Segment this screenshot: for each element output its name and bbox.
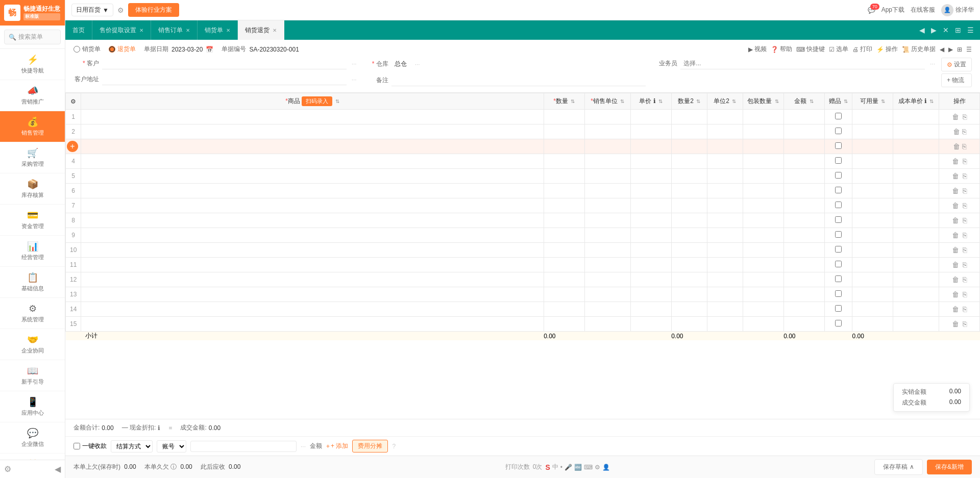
unit-cell[interactable] [584, 110, 630, 124]
view-table-icon[interactable]: ⊞ [957, 46, 962, 53]
sidebar-item-system[interactable]: ⚙ 系统管理 [0, 298, 65, 329]
gift-checkbox[interactable] [835, 187, 842, 193]
gift-checkbox[interactable] [835, 290, 842, 297]
payment-dots-icon[interactable]: ··· [301, 443, 306, 450]
payment-method-select[interactable]: 结算方式 [111, 440, 153, 452]
operation-btn[interactable]: ⚡ 操作 [876, 45, 898, 54]
calendar-icon[interactable]: 📅 [206, 46, 213, 53]
save-new-button[interactable]: 保存&新增 [927, 460, 972, 474]
product-input-active[interactable] [85, 143, 539, 150]
product-cell[interactable] [81, 110, 544, 124]
avail-sort-icon[interactable]: ⇅ [881, 98, 885, 104]
tab-price-setting[interactable]: 售价提取设置 ✕ [92, 20, 151, 40]
tab-prev-icon[interactable]: ◀ [917, 25, 927, 35]
copy-row-btn[interactable]: ⎘ [961, 141, 967, 152]
delete-row-btn[interactable]: 🗑 [951, 319, 960, 329]
search-menu-button[interactable]: 🔍 搜索菜单 [4, 30, 61, 44]
logistics-button[interactable]: + 物流 [941, 73, 972, 87]
unit-sort-icon[interactable]: ⇅ [620, 98, 624, 104]
gift-checkbox[interactable] [835, 157, 842, 164]
copy-row-btn[interactable]: ⎘ [962, 304, 968, 314]
tab-next-icon[interactable]: ▶ [929, 25, 939, 35]
qty-cell[interactable] [544, 110, 584, 124]
gift-checkbox[interactable] [835, 305, 842, 312]
gift-checkbox[interactable] [835, 320, 842, 326]
gift-checkbox[interactable] [835, 216, 842, 223]
tab-grid-icon[interactable]: ⊞ [953, 25, 963, 35]
help-btn[interactable]: ❓ 帮助 [771, 45, 792, 54]
product-sort-icon[interactable]: ⇅ [335, 98, 339, 104]
gift-checkbox[interactable] [835, 261, 842, 267]
user-menu[interactable]: 👤 徐泽华 [941, 4, 974, 16]
app-download-link[interactable]: App下载 [881, 6, 904, 14]
copy-row-btn[interactable]: ⎘ [962, 186, 968, 196]
delete-row-btn[interactable]: 🗑 [951, 171, 960, 181]
cost-cell[interactable] [893, 110, 939, 124]
amount-cell[interactable] [783, 110, 824, 124]
tab-price-close-icon[interactable]: ✕ [139, 28, 143, 33]
radio-return-input[interactable] [109, 46, 115, 53]
copy-row-btn[interactable]: ⎘ [961, 127, 967, 137]
cost-sort-icon[interactable]: ⇅ [929, 98, 934, 104]
radio-sales[interactable]: 销货单 [74, 45, 101, 54]
sidebar-item-sales[interactable]: 💰 销售管理 [0, 111, 65, 142]
sidebar-item-collab[interactable]: 🤝 企业协同 [0, 329, 65, 360]
gift-checkbox[interactable] [835, 128, 842, 134]
discount-info-icon[interactable]: ℹ [158, 424, 160, 432]
print-btn[interactable]: 🖨 打印 [852, 45, 872, 54]
gift-checkbox[interactable] [835, 202, 842, 208]
next-record-icon[interactable]: ▶ [948, 46, 953, 53]
delete-row-btn[interactable]: 🗑 [951, 215, 960, 225]
add-row-button[interactable]: + [67, 141, 78, 152]
delete-row-btn[interactable]: 🗑 [951, 186, 960, 196]
radio-return[interactable]: 退货单 [109, 45, 136, 54]
gift-sort-icon[interactable]: ⇅ [844, 98, 848, 104]
split-fee-btn[interactable]: 费用分摊 [352, 440, 388, 452]
sidebar-item-wechat[interactable]: 💬 企业微信 [0, 422, 65, 454]
unit2-sort-icon[interactable]: ⇅ [732, 98, 736, 104]
delete-row-btn[interactable]: 🗑 [951, 260, 960, 270]
one-click-payment[interactable]: 一键收款 [74, 442, 107, 450]
delete-row-btn[interactable]: 🗑 [951, 304, 960, 314]
save-draft-button[interactable]: 保存草稿 ∧ [874, 459, 923, 475]
scan-enter-button[interactable]: 扫码录入 [302, 96, 332, 106]
message-button[interactable]: 💬 70 [868, 7, 875, 14]
pack-cell[interactable] [743, 110, 783, 124]
tab-sales-order-close-icon[interactable]: ✕ [186, 28, 190, 33]
gift-checkbox[interactable] [835, 113, 842, 119]
topbar-gear-icon[interactable]: ⚙ [117, 6, 124, 14]
delete-row-btn[interactable]: 🗑 [951, 112, 960, 122]
notes-input[interactable] [391, 74, 646, 86]
select-btn[interactable]: ☑ 选单 [829, 45, 848, 54]
delete-row-btn[interactable]: 🗑 [951, 230, 960, 240]
gift-checkbox[interactable] [835, 142, 842, 149]
history-btn[interactable]: 📜 历史单据 [902, 45, 936, 54]
tab-sales[interactable]: 销货单 ✕ [198, 20, 238, 40]
qty-sort-icon[interactable]: ⇅ [571, 98, 575, 104]
copy-row-btn[interactable]: ⎘ [962, 112, 968, 122]
copy-row-btn[interactable]: ⎘ [962, 289, 968, 299]
video-btn[interactable]: ▶ 视频 [748, 45, 767, 54]
radio-sales-input[interactable] [74, 46, 80, 53]
delete-row-btn[interactable]: 🗑 [951, 274, 960, 285]
settings-bottom-icon[interactable]: ⚙ [4, 464, 11, 474]
delete-row-btn[interactable]: 🗑 [952, 141, 961, 152]
warehouse-select-icon[interactable]: ··· [415, 61, 420, 68]
tab-list-icon[interactable]: ☰ [965, 25, 976, 35]
add-payment-btn[interactable]: + + 添加 [326, 442, 348, 450]
unit2-cell[interactable] [707, 110, 743, 124]
qty2-sort-icon[interactable]: ⇅ [696, 98, 700, 104]
avail-cell[interactable] [852, 110, 893, 124]
salesperson-input[interactable] [680, 58, 925, 69]
copy-row-btn[interactable]: ⎘ [962, 260, 968, 270]
tab-close-all-icon[interactable]: ✕ [941, 25, 951, 35]
copy-row-btn[interactable]: ⎘ [962, 274, 968, 285]
settings-button[interactable]: ⚙ 设置 [941, 58, 972, 71]
qty2-cell[interactable] [671, 110, 707, 124]
pack-sort-icon[interactable]: ⇅ [775, 98, 779, 104]
category-select[interactable]: 日用百货 ▼ [71, 4, 113, 16]
payment-amount-input[interactable] [190, 441, 297, 452]
tab-return-close-icon[interactable]: ✕ [273, 28, 277, 33]
trial-button[interactable]: 体验行业方案 [128, 3, 179, 17]
tab-sales-close-icon[interactable]: ✕ [226, 28, 230, 33]
